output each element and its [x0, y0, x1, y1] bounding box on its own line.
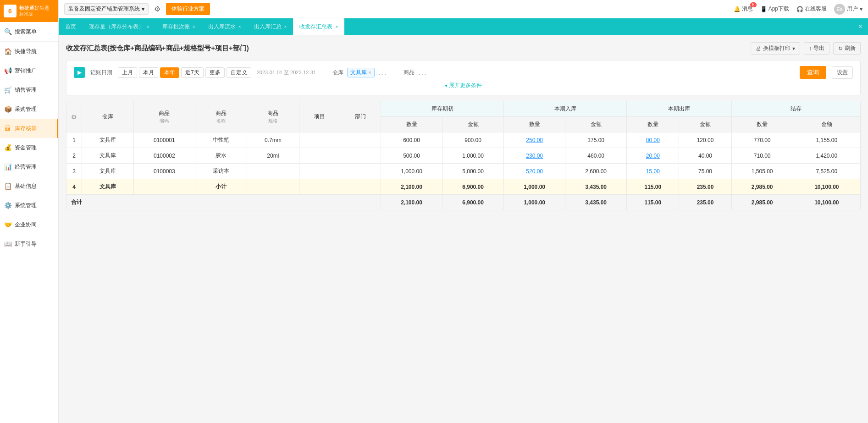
sidebar-item-guide[interactable]: 📖 新手引导: [0, 234, 58, 253]
date-custom-button[interactable]: 自定义: [227, 67, 251, 78]
refresh-button[interactable]: ↻ 刷新: [833, 42, 861, 55]
close-icon[interactable]: ×: [284, 24, 287, 29]
sidebar-item-inventory[interactable]: 🏛 库存核算: [0, 119, 58, 138]
page-header: 收发存汇总表(按仓库+商品编码+商品+规格型号+项目+部门) 🖨 换模板打印 ▾…: [66, 42, 861, 55]
footer-in-amt: 3,435.00: [565, 195, 627, 210]
row-out-qty: 115.00: [627, 179, 679, 195]
col-group-closing: 结存: [731, 101, 860, 117]
user-menu[interactable]: Ea 用户 ▾: [834, 4, 862, 15]
link-value[interactable]: 230.00: [526, 153, 543, 159]
sidebar-item-collab[interactable]: 🤝 企业协同: [0, 215, 58, 234]
link-value[interactable]: 250.00: [526, 137, 543, 143]
tab-summary[interactable]: 出入库汇总 ×: [248, 18, 293, 35]
row-in-qty[interactable]: 520.00: [504, 164, 565, 179]
row-in-amt: 460.00: [565, 148, 627, 164]
row-in-amt: 2,600.00: [565, 164, 627, 179]
collab-icon: 🤝: [4, 220, 12, 229]
tab-label: 库存批次账: [162, 23, 190, 31]
row-dept: [340, 179, 381, 195]
warehouse-tag-text: 文具库: [350, 69, 367, 77]
row-out-amt: 120.00: [679, 132, 731, 148]
trial-button[interactable]: 体验行业方案: [166, 3, 210, 15]
chevron-down-icon: ▾: [445, 82, 448, 89]
goods-filter-more[interactable]: ...: [418, 68, 427, 77]
close-icon[interactable]: ×: [335, 24, 338, 29]
expand-more-button[interactable]: ▾ 展开更多条件: [445, 82, 482, 89]
row-open-amt: 900.00: [442, 132, 504, 148]
template-print-button[interactable]: 🖨 换模板打印 ▾: [751, 42, 800, 55]
row-warehouse: 文具库: [82, 132, 134, 148]
date-more-button[interactable]: 更多: [205, 67, 225, 78]
link-value[interactable]: 15.00: [646, 168, 660, 175]
sales-icon: 🛒: [4, 86, 12, 94]
date-this-year-button[interactable]: 本年: [160, 67, 179, 78]
sidebar-search[interactable]: 🔍 搜索菜单: [0, 22, 58, 42]
row-dept: [340, 148, 381, 164]
notifications-button[interactable]: 🔔 消息 6: [734, 5, 753, 13]
sidebar-item-basic[interactable]: 📋 基础信息: [0, 176, 58, 196]
sidebar-item-marketing[interactable]: 📢 营销推广: [0, 61, 58, 80]
warehouse-tag-close[interactable]: ×: [368, 70, 371, 75]
row-out-qty[interactable]: 80.00: [627, 132, 679, 148]
tab-recv-send[interactable]: 收发存汇总表 ×: [293, 18, 344, 35]
app-download-label: App下载: [768, 5, 789, 13]
sidebar-item-quick-nav[interactable]: 🏠 快捷导航: [0, 42, 58, 61]
row-in-qty[interactable]: 230.00: [504, 148, 565, 164]
sidebar-item-label: 采购管理: [15, 105, 37, 113]
sidebar-item-label: 库存核算: [15, 125, 37, 132]
sidebar-search-label: 搜索菜单: [15, 28, 37, 36]
date-last-month-button[interactable]: 上月: [118, 67, 137, 78]
search-button[interactable]: 查询: [800, 66, 826, 79]
sidebar-item-system[interactable]: ⚙️ 系统管理: [0, 196, 58, 215]
row-warehouse: 文具库: [82, 148, 134, 164]
settings-icon[interactable]: ⚙: [71, 113, 77, 121]
row-in-qty[interactable]: 250.00: [504, 132, 565, 148]
close-all-tabs-button[interactable]: ×: [853, 22, 868, 31]
col-header-warehouse: 仓库: [82, 101, 134, 132]
row-project: [299, 179, 340, 195]
page-content: 收发存汇总表(按仓库+商品编码+商品+规格型号+项目+部门) 🖨 换模板打印 ▾…: [59, 35, 868, 423]
row-close-amt: 7,525.00: [793, 164, 860, 179]
search-icon: 🔍: [4, 27, 12, 36]
date-7-days-button[interactable]: 近7天: [181, 67, 204, 78]
col-sub-out-amt: 金额: [679, 117, 731, 132]
close-icon[interactable]: ×: [147, 24, 149, 29]
close-icon[interactable]: ×: [193, 24, 195, 29]
system-icon: ⚙️: [4, 201, 12, 209]
link-value[interactable]: 520.00: [526, 168, 543, 175]
row-in-qty: 1,000.00: [504, 179, 565, 195]
tab-batch[interactable]: 库存批次账 ×: [156, 18, 202, 35]
link-value[interactable]: 80.00: [646, 137, 660, 143]
warehouse-filter-more[interactable]: ...: [378, 68, 387, 77]
sidebar-item-purchase[interactable]: 📦 采购管理: [0, 99, 58, 119]
online-service-button[interactable]: 🎧 在线客服: [796, 5, 827, 13]
sidebar-item-operations[interactable]: 📊 经营管理: [0, 157, 58, 176]
logo-icon: 6: [4, 5, 17, 17]
row-no: 2: [66, 148, 82, 164]
row-no: 4: [66, 179, 82, 195]
col-sub-open-amt: 金额: [442, 117, 504, 132]
warehouse-tag: 文具库 ×: [347, 68, 374, 77]
col-sub-open-qty: 数量: [381, 117, 442, 132]
gear-icon[interactable]: ⚙: [154, 5, 160, 13]
sidebar-item-finance[interactable]: 💰 资金管理: [0, 138, 58, 157]
filter-settings-button[interactable]: 设置: [832, 66, 853, 79]
tab-inventory-dist[interactable]: 现存量（库存分布表） ×: [83, 18, 156, 35]
avatar: Ea: [834, 4, 845, 15]
row-out-qty[interactable]: 20.00: [627, 148, 679, 164]
link-value[interactable]: 20.00: [646, 153, 660, 159]
row-out-qty[interactable]: 15.00: [627, 164, 679, 179]
system-select[interactable]: 装备及固定资产辅助管理系统 ▾: [64, 3, 149, 15]
filter-expand-button[interactable]: ▶: [74, 67, 85, 78]
app-download-button[interactable]: 📱 App下载: [760, 5, 789, 13]
date-this-month-button[interactable]: 本月: [139, 67, 158, 78]
tab-flow[interactable]: 出入库流水 ×: [202, 18, 248, 35]
table-row: 2文具库0100002胶水20ml500.001,000.00230.00460…: [66, 148, 861, 164]
sidebar-item-label: 营销推广: [15, 67, 37, 75]
export-button[interactable]: ↑ 导出: [804, 42, 829, 55]
date-filter-label: 记账日期: [90, 69, 112, 77]
tab-home[interactable]: 首页: [59, 18, 83, 35]
row-open-qty: 600.00: [381, 132, 442, 148]
sidebar-item-sales[interactable]: 🛒 销售管理: [0, 80, 58, 99]
close-icon[interactable]: ×: [238, 24, 241, 29]
